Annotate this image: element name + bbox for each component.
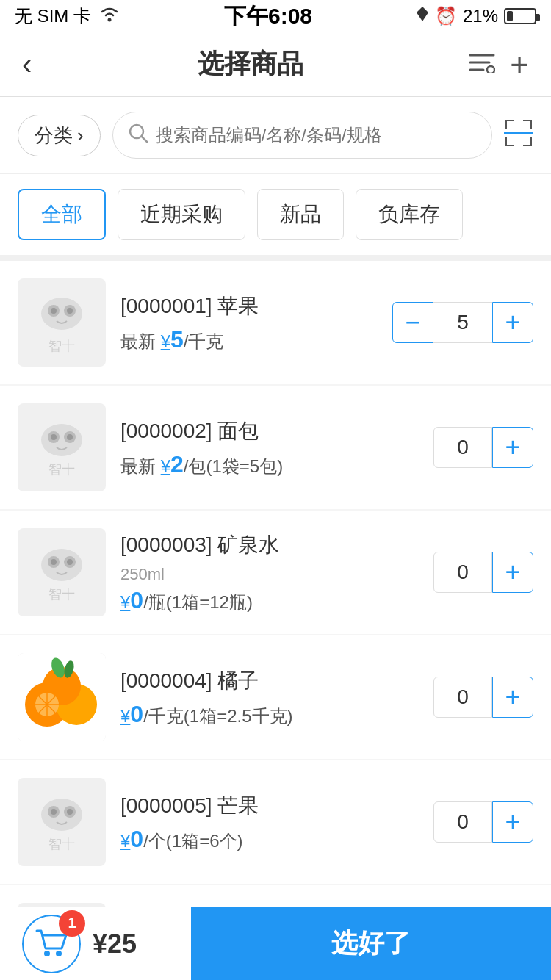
tab-recent[interactable]: 近期采购 <box>118 189 245 240</box>
nav-left: ‹ <box>22 48 32 81</box>
product-info: [0000003] 矿泉水 250ml ¥0/瓶(1箱=12瓶) <box>120 531 419 614</box>
nav-bar: ‹ 选择商品 + <box>0 32 551 97</box>
product-image: 智十 <box>18 278 106 367</box>
svg-rect-9 <box>505 120 507 129</box>
product-price: ¥0/千克(1箱=2.5千克) <box>120 701 419 728</box>
svg-point-26 <box>67 434 73 440</box>
filter-icon[interactable] <box>469 49 495 80</box>
battery-percentage: 21% <box>463 6 498 26</box>
quantity-input[interactable] <box>433 427 492 468</box>
list-item: 智十 [0000001] 苹果 最新 ¥5/千克 − + <box>0 261 551 384</box>
back-button[interactable]: ‹ <box>22 48 32 81</box>
list-item: 智十 [0000003] 矿泉水 250ml ¥0/瓶(1箱=12瓶) + <box>0 511 551 634</box>
svg-rect-11 <box>530 120 532 129</box>
product-qty: − + <box>392 302 533 343</box>
svg-point-22 <box>41 424 82 456</box>
tab-negative[interactable]: 负库存 <box>356 189 463 240</box>
product-image: 智十 <box>18 403 106 491</box>
wifi-icon <box>98 6 120 26</box>
cart-badge: 1 <box>59 910 85 937</box>
tab-new[interactable]: 新品 <box>257 189 344 240</box>
quantity-input[interactable] <box>433 552 492 593</box>
alarm-icon: ⏰ <box>435 6 457 26</box>
product-qty: + <box>433 552 533 593</box>
increment-button[interactable]: + <box>492 302 533 343</box>
status-time: 下午6:08 <box>224 1 312 32</box>
product-image <box>18 653 106 741</box>
bottom-bar: 1 ¥25 选好了 <box>0 907 551 980</box>
product-name: [0000005] 芒果 <box>120 792 419 820</box>
svg-point-30 <box>51 559 57 565</box>
confirm-button[interactable]: 选好了 <box>191 907 551 980</box>
product-info: [0000001] 苹果 最新 ¥5/千克 <box>120 292 378 353</box>
product-name: [0000003] 矿泉水 <box>120 531 419 559</box>
product-qty: + <box>433 427 533 468</box>
svg-point-20 <box>51 308 57 314</box>
product-price: ¥0/个(1箱=6个) <box>120 826 419 853</box>
svg-point-25 <box>51 434 57 440</box>
search-icon <box>128 123 148 148</box>
cart-icon-wrap[interactable]: 1 <box>22 915 81 973</box>
quantity-input[interactable] <box>433 677 492 718</box>
list-item: [0000004] 橘子 ¥0/千克(1箱=2.5千克) + <box>0 635 551 759</box>
svg-point-46 <box>51 809 57 815</box>
page-title: 选择商品 <box>198 46 303 82</box>
product-qty: + <box>433 801 533 843</box>
product-info: [0000002] 面包 最新 ¥2/包(1袋=5包) <box>120 417 419 478</box>
svg-rect-16 <box>504 132 533 134</box>
cart-total: ¥25 <box>93 929 137 959</box>
product-info: [0000004] 橘子 ¥0/千克(1箱=2.5千克) <box>120 667 419 728</box>
category-label: 分类 <box>35 123 73 148</box>
svg-point-43 <box>41 799 82 831</box>
product-name: [0000002] 面包 <box>120 417 419 445</box>
increment-button[interactable]: + <box>492 427 533 468</box>
svg-point-47 <box>67 809 73 815</box>
cart-section: 1 ¥25 <box>0 915 191 973</box>
svg-point-27 <box>41 549 82 581</box>
location-icon <box>416 6 429 26</box>
tab-all[interactable]: 全部 <box>18 189 106 240</box>
increment-button[interactable]: + <box>492 552 533 593</box>
scan-icon[interactable] <box>504 118 533 153</box>
svg-point-58 <box>44 951 50 956</box>
product-qty: + <box>433 677 533 718</box>
product-list: 智十 [0000001] 苹果 最新 ¥5/千克 − + 智十 [0000002… <box>0 261 551 980</box>
product-image: 智十 <box>18 778 106 866</box>
quantity-input[interactable] <box>433 302 492 343</box>
quantity-input[interactable] <box>433 801 492 843</box>
svg-point-0 <box>108 18 112 22</box>
product-price: 最新 ¥2/包(1袋=5包) <box>120 451 419 478</box>
add-icon[interactable]: + <box>510 46 529 83</box>
carrier-label: 无 SIM 卡 <box>15 4 91 28</box>
product-spec: 250ml <box>120 565 419 584</box>
product-image: 智十 <box>18 528 106 616</box>
decrement-button[interactable]: − <box>392 302 433 343</box>
battery-icon <box>504 8 536 24</box>
status-bar: 无 SIM 卡 下午6:08 ⏰ 21% <box>0 0 551 32</box>
svg-point-59 <box>56 951 62 956</box>
product-price: ¥0/瓶(1箱=12瓶) <box>120 587 419 614</box>
search-input[interactable] <box>156 125 477 145</box>
list-item: 智十 [0000005] 芒果 ¥0/个(1箱=6个) + <box>0 760 551 884</box>
svg-point-17 <box>41 298 82 330</box>
svg-point-31 <box>67 559 73 565</box>
svg-rect-13 <box>505 137 507 146</box>
svg-line-7 <box>142 137 148 143</box>
category-chevron: › <box>77 124 84 147</box>
svg-line-5 <box>494 73 495 73</box>
svg-rect-15 <box>530 137 532 146</box>
svg-point-21 <box>67 308 73 314</box>
filter-bar: 分类 › <box>0 97 551 174</box>
status-right: ⏰ 21% <box>416 6 536 26</box>
product-name: [0000001] 苹果 <box>120 292 378 320</box>
product-price: 最新 ¥5/千克 <box>120 326 378 353</box>
status-left: 无 SIM 卡 <box>15 4 120 28</box>
product-name: [0000004] 橘子 <box>120 667 419 695</box>
nav-right: + <box>469 46 529 83</box>
tab-bar: 全部 近期采购 新品 负库存 <box>0 174 551 261</box>
category-button[interactable]: 分类 › <box>18 115 101 156</box>
search-box <box>112 112 492 159</box>
product-info: [0000005] 芒果 ¥0/个(1箱=6个) <box>120 792 419 853</box>
increment-button[interactable]: + <box>492 677 533 718</box>
increment-button[interactable]: + <box>492 801 533 843</box>
